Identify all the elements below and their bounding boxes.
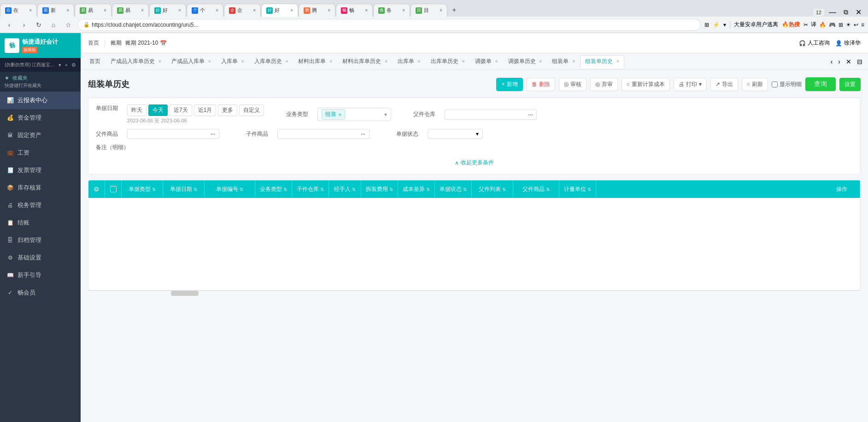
display-toggle[interactable]: 显示明细 bbox=[772, 81, 802, 88]
undo-icon[interactable]: ↩ bbox=[854, 22, 858, 28]
select-all-checkbox[interactable] bbox=[110, 186, 117, 192]
collapse-button[interactable]: ∧ 收起更多条件 bbox=[96, 156, 853, 168]
delete-button[interactable]: 🗑 删除 bbox=[527, 78, 555, 91]
sidebar-item-reports[interactable]: 📊 云报表中心 bbox=[0, 92, 81, 109]
lightning-button[interactable]: ⚡ bbox=[713, 22, 720, 28]
page-tab-assembly-history[interactable]: 组装单历史 × bbox=[580, 55, 624, 68]
date-7days[interactable]: 近7天 bbox=[170, 104, 192, 116]
page-tab-assembly-close[interactable]: × bbox=[572, 59, 575, 64]
date-more[interactable]: 更多 bbox=[218, 104, 237, 116]
forward-button[interactable]: › bbox=[18, 19, 29, 30]
sidebar-item-archive[interactable]: 🗄 归档管理 bbox=[0, 231, 81, 249]
settings-icon[interactable]: ⚙ bbox=[71, 62, 76, 68]
abandon-button[interactable]: ◎ 弃审 bbox=[590, 78, 618, 91]
game-icon[interactable]: 🎮 bbox=[829, 22, 836, 28]
tab-close-1[interactable]: × bbox=[29, 8, 32, 13]
th-biz-type[interactable]: 业务类型 bbox=[255, 180, 292, 198]
date-today[interactable]: 今天 bbox=[148, 104, 168, 116]
dropdown-button[interactable]: ▾ bbox=[723, 22, 726, 28]
set-button[interactable]: 设置 bbox=[839, 78, 861, 91]
page-tab-transfer-close[interactable]: × bbox=[495, 59, 498, 64]
page-tab-material-out-history-close[interactable]: × bbox=[385, 59, 387, 64]
page-tab-produced-close[interactable]: × bbox=[208, 59, 211, 64]
tabs-close-all[interactable]: ✕ bbox=[844, 58, 853, 65]
page-tab-inbound[interactable]: 入库单 × bbox=[216, 55, 249, 68]
tabs-scroll-right[interactable]: › bbox=[836, 58, 842, 65]
sidebar-item-settlement[interactable]: 📋 结账 bbox=[0, 214, 81, 231]
page-tab-transfer-history[interactable]: 调拨单历史 × bbox=[503, 55, 547, 68]
browser-tab-10[interactable]: 畅 畅 × bbox=[336, 4, 373, 17]
scissors-icon[interactable]: ✂ bbox=[803, 22, 808, 28]
th-parent-list[interactable]: 父件列表 bbox=[472, 180, 513, 198]
page-tab-produced[interactable]: 产成品入库单 × bbox=[166, 55, 216, 68]
child-goods-input[interactable]: ··· bbox=[277, 129, 369, 139]
service-button[interactable]: 🎧 人工咨询 bbox=[799, 39, 830, 47]
browser-tab-12[interactable]: 目 目 × bbox=[411, 4, 447, 17]
sidebar-item-invoice[interactable]: 🧾 发票管理 bbox=[0, 162, 81, 179]
page-tab-inbound-close[interactable]: × bbox=[241, 59, 244, 64]
grid-icon[interactable]: ⊞ bbox=[839, 22, 843, 28]
page-tab-material-out[interactable]: 材料出库单 × bbox=[293, 55, 337, 68]
date-yesterday[interactable]: 昨天 bbox=[127, 104, 147, 116]
browser-tab-5[interactable]: 好 好 × bbox=[149, 4, 186, 17]
browser-tab-2[interactable]: 新 新 × bbox=[37, 4, 74, 17]
page-tab-home[interactable]: 首页 bbox=[84, 55, 106, 68]
browser-tab-4[interactable]: 易 易 × bbox=[112, 4, 149, 17]
minimize-button[interactable]: — bbox=[826, 8, 839, 17]
emoji-icon[interactable]: 🔥 bbox=[819, 22, 826, 28]
sidebar-item-guide[interactable]: 📖 新手引导 bbox=[0, 266, 81, 284]
close-button[interactable]: ✕ bbox=[853, 8, 864, 17]
th-settings[interactable]: ⚙ bbox=[88, 180, 105, 198]
display-toggle-checkbox[interactable] bbox=[772, 81, 778, 87]
horizontal-scrollbar[interactable] bbox=[88, 290, 861, 296]
browser-tab-1[interactable]: 在 在 × bbox=[0, 4, 37, 17]
th-number[interactable]: 单据编号 bbox=[205, 180, 255, 198]
page-tab-material-out-close[interactable]: × bbox=[329, 59, 332, 64]
sun-icon[interactable]: ☀ bbox=[846, 22, 851, 28]
browser-tab-7[interactable]: 企 企 × bbox=[224, 4, 261, 17]
th-cost-diff[interactable]: 成本差异 bbox=[398, 180, 435, 198]
new-tab-button[interactable]: + bbox=[448, 4, 461, 17]
refresh-button[interactable]: ○ 刷新 bbox=[742, 78, 768, 91]
browser-tab-8[interactable]: 好 好 × bbox=[261, 4, 298, 17]
th-date[interactable]: 单据日期 bbox=[163, 180, 205, 198]
add-button[interactable]: + 新增 bbox=[496, 78, 522, 91]
sidebar-item-funds[interactable]: 💰 资金管理 bbox=[0, 109, 81, 127]
print-button[interactable]: 🖨 打印 ▾ bbox=[674, 78, 707, 91]
reload-button[interactable]: ↻ bbox=[33, 19, 44, 30]
calendar-icon[interactable]: 📅 bbox=[160, 40, 167, 46]
query-button[interactable]: 查询 bbox=[805, 77, 836, 91]
tabs-scroll-left[interactable]: ‹ bbox=[829, 58, 835, 65]
browser-tab-6[interactable]: 个 个 × bbox=[187, 4, 223, 17]
tab-close-12[interactable]: × bbox=[440, 8, 442, 13]
th-parent-goods[interactable]: 父件商品 bbox=[513, 180, 559, 198]
export-button[interactable]: ↗ 导出 bbox=[710, 78, 738, 91]
warehouse-input[interactable]: ··· bbox=[445, 110, 537, 120]
grid-button[interactable]: ⊞ bbox=[704, 22, 709, 28]
page-tab-inbound-history[interactable]: 入库单历史 × bbox=[249, 55, 293, 68]
sidebar-item-inventory[interactable]: 📦 库存核算 bbox=[0, 179, 81, 197]
th-handler[interactable]: 经手人 bbox=[329, 180, 361, 198]
url-bar[interactable]: 🔒 https://cloud.chanjet.com/accounting/u… bbox=[77, 19, 701, 31]
page-tab-produced-history-close[interactable]: × bbox=[158, 59, 161, 64]
page-tab-outbound-history-close[interactable]: × bbox=[462, 59, 465, 64]
th-status[interactable]: 单据状态 bbox=[435, 180, 472, 198]
tab-close-11[interactable]: × bbox=[402, 8, 405, 13]
sidebar-item-settings[interactable]: ⚙ 基础设置 bbox=[0, 249, 81, 266]
tab-close-2[interactable]: × bbox=[66, 8, 69, 13]
page-tab-produced-history[interactable]: 产成品入库单历史 × bbox=[106, 55, 166, 68]
date-custom[interactable]: 自定义 bbox=[239, 104, 264, 116]
th-type[interactable]: 单据类型 bbox=[122, 180, 163, 198]
page-tab-inbound-history-close[interactable]: × bbox=[286, 59, 288, 64]
sidebar-item-salary[interactable]: 💼 工资 bbox=[0, 144, 81, 162]
browser-tab-3[interactable]: 易 易 × bbox=[75, 4, 111, 17]
tabs-more[interactable]: ⊟ bbox=[855, 58, 864, 65]
sidebar-item-assets[interactable]: 🏛 固定资产 bbox=[0, 127, 81, 144]
maximize-button[interactable]: ⧉ bbox=[841, 8, 851, 16]
scrollbar-thumb[interactable] bbox=[171, 291, 199, 296]
recalc-button[interactable]: ○ 重新计算成本 bbox=[622, 78, 670, 91]
status-select[interactable]: ▾ bbox=[428, 129, 483, 139]
home-button[interactable]: ⌂ bbox=[48, 19, 59, 30]
page-tab-transfer-history-close[interactable]: × bbox=[540, 59, 542, 64]
browser-tab-11[interactable]: 各 各 × bbox=[373, 4, 410, 17]
